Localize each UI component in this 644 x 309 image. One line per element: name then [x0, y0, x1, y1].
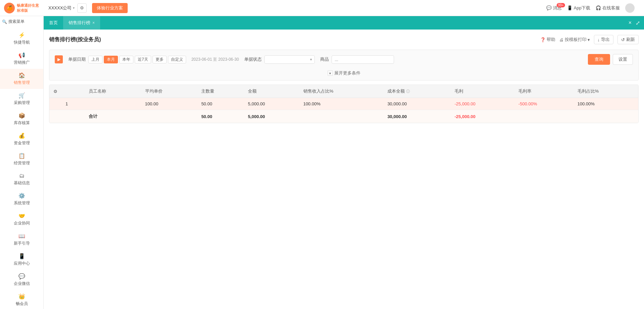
marketing-icon: 📢	[18, 52, 25, 58]
status-filter-label: 单据状态	[244, 56, 262, 62]
sidebar-item-label: 企业微信	[14, 281, 30, 287]
sidebar-item-finance[interactable]: 💰 资金管理	[0, 129, 43, 149]
sidebar-item-marketing[interactable]: 📢 营销推广	[0, 49, 43, 69]
expand-more-button[interactable]: ▾ 展开更多条件	[328, 70, 360, 76]
cell-gross: -25,000.00	[450, 98, 514, 110]
data-table: ⚙ 员工名称 平均单价 主数量 全额 销售收入占比% 成本全额 ⓘ 毛利	[49, 85, 638, 123]
sidebar-item-purchase[interactable]: 🛒 采购管理	[0, 89, 43, 109]
date-btn-this-year[interactable]: 本年	[119, 56, 133, 63]
expand-arrow-icon: ▾	[328, 70, 333, 76]
app-download-button[interactable]: 📱 App下载	[567, 5, 590, 11]
tab-home[interactable]: 首页	[44, 16, 63, 30]
system-icon: ⚙️	[18, 193, 25, 199]
footer-sales-pct	[299, 110, 383, 123]
help-button[interactable]: ❓ 帮助	[540, 37, 555, 43]
basic-info-icon: 🗂	[19, 173, 25, 179]
sidebar-item-system[interactable]: ⚙️ 系统管理	[0, 189, 43, 209]
footer-gross-rate	[514, 110, 573, 123]
cell-gross-rate: -500.00%	[514, 98, 573, 110]
col-settings[interactable]: ⚙	[49, 85, 61, 98]
status-select-wrapper	[264, 55, 315, 64]
page-actions: ❓ 帮助 🖨 按模板打印 ▾ ↓ 导出	[540, 35, 639, 44]
avatar[interactable]	[625, 3, 635, 13]
footer-gross: -25,000.00	[450, 110, 514, 123]
quick-nav-icon: ⚡	[18, 32, 25, 38]
export-button[interactable]: ↓ 导出	[594, 35, 614, 44]
date-btn-7days[interactable]: 近7天	[135, 56, 151, 63]
tab-sales-ranking[interactable]: 销售排行榜 ×	[63, 16, 100, 30]
company-settings-button[interactable]: ⚙	[77, 3, 87, 13]
sidebar-item-operations[interactable]: 📋 经营管理	[0, 149, 43, 169]
col-gross-pct: 毛利占比%	[573, 85, 638, 98]
tab-bar: 首页 销售排行榜 × × ⤢	[44, 16, 644, 30]
top-bar-right: 💬 消息 99+ 📱 App下载 🎧 在线客服	[546, 3, 640, 13]
footer-settings	[49, 110, 61, 123]
refresh-button[interactable]: ↺ 刷新	[617, 35, 639, 44]
print-button[interactable]: 🖨 按模板打印 ▾	[559, 37, 590, 43]
sidebar-item-quick-nav[interactable]: ⚡ 快捷导航	[0, 29, 43, 49]
footer-label: 合计	[85, 110, 141, 123]
trial-button[interactable]: 体验行业方案	[92, 3, 128, 13]
sidebar-item-wechat[interactable]: 💬 企业微信	[0, 270, 43, 290]
sidebar-item-basic-info[interactable]: 🗂 基础信息	[0, 169, 43, 189]
sidebar-item-label: 营销推广	[14, 60, 30, 65]
page-header: 销售排行榜(按业务员) ❓ 帮助 🖨 按模板打印 ▾	[49, 35, 639, 44]
col-name: 员工名称	[85, 85, 141, 98]
cell-settings	[49, 98, 61, 110]
company-selector[interactable]: XXXXX公司 ▾	[48, 5, 75, 11]
sidebar-item-label: 快捷导航	[14, 40, 30, 45]
window-expand-icon[interactable]: ⤢	[636, 20, 640, 26]
goods-filter: 商品	[320, 55, 394, 64]
online-support-button[interactable]: 🎧 在线客服	[596, 5, 620, 11]
sidebar-item-label: 销售管理	[14, 80, 30, 86]
export-label: 导出	[601, 37, 610, 43]
sidebar-search[interactable]: 🔍 搜索菜单	[0, 16, 43, 27]
print-label: 按模板打印	[565, 37, 587, 43]
sidebar: 🔍 搜索菜单 ⚡ 快捷导航 📢 营销推广 🏠 销售管理 🛒 采购管理 📦	[0, 16, 44, 309]
goods-input[interactable]	[332, 55, 394, 64]
export-icon: ↓	[598, 37, 600, 42]
cell-total: 5,000.00	[244, 98, 299, 110]
message-button[interactable]: 💬 消息 99+	[546, 5, 562, 11]
table-row: 1 100.00 50.00 5,000.00 100.00% 30,000.0…	[49, 98, 638, 110]
refresh-label: 刷新	[626, 37, 635, 43]
col-quantity: 主数量	[197, 85, 244, 98]
footer-total: 5,000.00	[244, 110, 299, 123]
cell-gross-pct: 100.00%	[573, 98, 638, 110]
collab-icon: 🤝	[18, 213, 25, 219]
tab-close-icon[interactable]: ×	[92, 20, 95, 25]
sidebar-item-label: 资金管理	[14, 140, 30, 146]
sidebar-item-guide[interactable]: 📖 新手引导	[0, 229, 43, 250]
sidebar-item-inventory[interactable]: 📦 库存核算	[0, 109, 43, 129]
filter-expand-toggle[interactable]: ▶	[55, 55, 63, 63]
status-select[interactable]	[264, 55, 315, 64]
sidebar-item-collab[interactable]: 🤝 企业协同	[0, 209, 43, 229]
date-btn-more[interactable]: 更多	[153, 56, 167, 63]
cell-avg-price: 100.00	[141, 98, 198, 110]
headset-icon: 🎧	[596, 5, 601, 10]
col-total: 全额	[244, 85, 299, 98]
settings-button[interactable]: 设置	[613, 54, 633, 65]
date-btn-this-month[interactable]: 本月	[104, 56, 118, 63]
sidebar-item-label: 新手引导	[14, 241, 30, 246]
page-container: 销售排行榜(按业务员) ❓ 帮助 🖨 按模板打印 ▾	[44, 30, 644, 309]
cell-name	[85, 98, 141, 110]
table-header: ⚙ 员工名称 平均单价 主数量 全额 销售收入占比% 成本全额 ⓘ 毛利	[49, 85, 638, 98]
data-table-container: ⚙ 员工名称 平均单价 主数量 全额 销售收入占比% 成本全额 ⓘ 毛利	[49, 85, 639, 123]
col-gross-rate: 毛利率	[514, 85, 573, 98]
date-btn-custom[interactable]: 自定义	[168, 56, 186, 63]
sidebar-search-label: 搜索菜单	[8, 19, 25, 24]
date-btn-last-month[interactable]: 上月	[88, 56, 102, 63]
operations-icon: 📋	[18, 153, 25, 159]
query-button[interactable]: 查询	[588, 54, 610, 65]
print-icon: 🖨	[559, 37, 564, 42]
sidebar-item-sales[interactable]: 🏠 销售管理	[0, 69, 43, 89]
sidebar-item-app-center[interactable]: 📱 应用中心	[0, 250, 43, 270]
filter-action-buttons: 查询 设置	[588, 54, 633, 65]
wechat-icon: 💬	[18, 273, 25, 279]
sidebar-item-label: 采购管理	[14, 100, 30, 106]
col-cost: 成本全额 ⓘ	[383, 85, 450, 98]
guide-icon: 📖	[18, 233, 25, 239]
sidebar-item-member[interactable]: 👑 畅会员	[0, 290, 43, 309]
window-close-icon[interactable]: ×	[629, 20, 632, 26]
